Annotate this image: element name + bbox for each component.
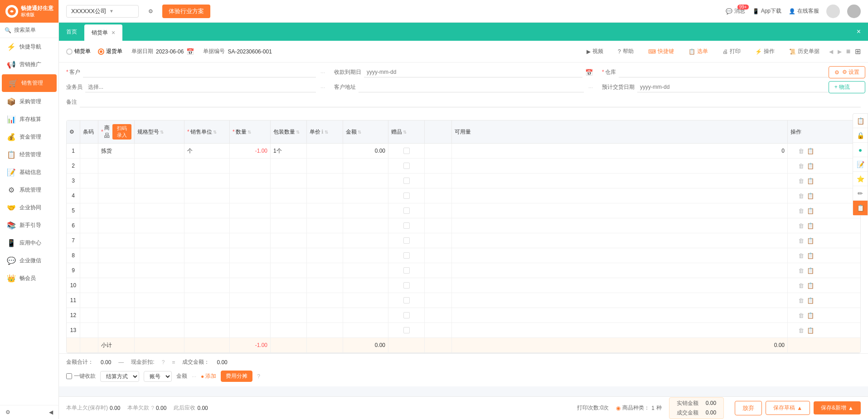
- select-btn[interactable]: 📋 选单: [684, 45, 713, 58]
- copy-icon-5[interactable]: 📋: [807, 222, 814, 229]
- td-barcode-11[interactable]: [80, 308, 98, 323]
- td-qty-12[interactable]: [230, 323, 271, 337]
- settings-icon[interactable]: ⚙: [5, 409, 10, 415]
- gift-checkbox-3[interactable]: [403, 193, 410, 199]
- amount-sort-icon[interactable]: ⇅: [358, 130, 361, 135]
- sidebar-item-member[interactable]: 👑 畅会员: [0, 270, 58, 287]
- tab-close-icon[interactable]: ×: [112, 29, 115, 36]
- customer-addr-input[interactable]: [359, 82, 584, 92]
- scan-button[interactable]: 扫码录入: [112, 124, 131, 140]
- right-icon-5[interactable]: ⭐: [853, 172, 868, 186]
- discount-info-icon[interactable]: ?: [162, 359, 165, 366]
- td-barcode-12[interactable]: [80, 323, 98, 337]
- footer-dots[interactable]: ···: [192, 373, 196, 380]
- th-settings[interactable]: ⚙: [67, 120, 80, 143]
- td-barcode-5[interactable]: [80, 218, 98, 233]
- td-qty-1[interactable]: [230, 159, 271, 173]
- td-note-8[interactable]: [425, 263, 452, 278]
- online-service-btn[interactable]: 👤 在线客服: [789, 7, 819, 15]
- right-icon-1[interactable]: 📋: [853, 114, 868, 128]
- td-spec-12[interactable]: [135, 323, 184, 337]
- copy-icon-7[interactable]: 📋: [807, 252, 814, 259]
- td-spec-7[interactable]: [135, 248, 184, 263]
- one-click-payment-checkbox[interactable]: 一键收款: [66, 372, 96, 380]
- td-gift-11[interactable]: [388, 308, 425, 323]
- delete-icon-6[interactable]: 🗑: [798, 237, 804, 244]
- delete-icon-11[interactable]: 🗑: [798, 312, 804, 319]
- td-note-12[interactable]: [425, 323, 452, 337]
- addr-dots-icon[interactable]: ···: [588, 84, 593, 91]
- customer-dots-icon[interactable]: ···: [320, 69, 325, 76]
- td-barcode-0[interactable]: [80, 144, 98, 158]
- td-spec-5[interactable]: [135, 218, 184, 233]
- flow-button[interactable]: + 物流: [829, 81, 865, 93]
- radio-return[interactable]: 退货单: [98, 48, 122, 55]
- td-price-11[interactable]: [307, 308, 343, 323]
- settings-button[interactable]: ⚙ ⚙ 设置: [829, 66, 865, 78]
- price-info-icon[interactable]: ℹ: [321, 129, 324, 135]
- td-price-8[interactable]: [307, 263, 343, 278]
- qty-sort-icon[interactable]: ⇅: [247, 130, 251, 135]
- price-sort-icon[interactable]: ⇅: [325, 130, 328, 135]
- td-qty-2[interactable]: [230, 173, 271, 188]
- td-barcode-3[interactable]: [80, 188, 98, 203]
- delete-icon-2[interactable]: 🗑: [798, 178, 804, 184]
- right-icon-6[interactable]: ✏: [853, 186, 868, 201]
- nav-left-icon[interactable]: ◀: [829, 48, 833, 55]
- right-icon-2[interactable]: 🔒: [853, 128, 868, 143]
- td-gift-12[interactable]: [388, 323, 425, 337]
- td-qty-4[interactable]: [230, 203, 271, 218]
- video-btn[interactable]: ▶ 视频: [582, 45, 608, 58]
- td-price-9[interactable]: [307, 278, 343, 293]
- expense-help-icon[interactable]: ?: [257, 373, 260, 380]
- td-gift-10[interactable]: [388, 293, 425, 308]
- sidebar-item-marketing[interactable]: 📢 营销推广: [0, 56, 58, 73]
- shortcut-btn[interactable]: ⌨ 快捷键: [643, 45, 679, 58]
- collapse-icon[interactable]: ◀: [49, 409, 53, 415]
- td-price-6[interactable]: [307, 233, 343, 248]
- copy-icon-0[interactable]: 📋: [807, 148, 814, 154]
- salesperson-input[interactable]: [85, 82, 316, 92]
- td-qty-10[interactable]: [230, 293, 271, 308]
- td-qty-11[interactable]: [230, 308, 271, 323]
- delete-icon-8[interactable]: 🗑: [798, 267, 804, 274]
- list-view-icon[interactable]: ≡: [846, 48, 850, 56]
- nav-right-icon[interactable]: ▶: [838, 48, 842, 55]
- td-note-3[interactable]: [425, 188, 452, 203]
- due-date-input[interactable]: [364, 67, 582, 77]
- td-barcode-9[interactable]: [80, 278, 98, 293]
- td-gift-4[interactable]: [388, 203, 425, 218]
- td-note-7[interactable]: [425, 248, 452, 263]
- sidebar-item-quick-nav[interactable]: ⚡ 快捷导航: [0, 38, 58, 56]
- abandon-button[interactable]: 放弃: [735, 401, 762, 415]
- sidebar-item-sales[interactable]: 🛒 销售管理: [2, 74, 57, 92]
- right-icon-3[interactable]: ●: [853, 143, 868, 157]
- delete-icon-7[interactable]: 🗑: [798, 252, 804, 259]
- td-qty-3[interactable]: [230, 188, 271, 203]
- td-price-3[interactable]: [307, 188, 343, 203]
- unit-sort-icon[interactable]: ⇅: [213, 130, 217, 135]
- salesperson-dots-icon[interactable]: ···: [320, 84, 325, 91]
- copy-icon-10[interactable]: 📋: [807, 297, 814, 304]
- customer-input[interactable]: [83, 67, 316, 77]
- td-price-7[interactable]: [307, 248, 343, 263]
- user-avatar[interactable]: [826, 5, 840, 18]
- expense-split-btn[interactable]: 费用分摊: [221, 371, 252, 382]
- td-gift-1[interactable]: [388, 159, 425, 173]
- td-spec-11[interactable]: [135, 308, 184, 323]
- help-btn[interactable]: ? 帮助: [613, 45, 639, 58]
- gift-checkbox-9[interactable]: [403, 282, 410, 289]
- search-menu-item[interactable]: 🔍 搜索菜单: [0, 23, 58, 38]
- td-gift-6[interactable]: [388, 233, 425, 248]
- td-qty-7[interactable]: [230, 248, 271, 263]
- copy-icon-1[interactable]: 📋: [807, 163, 814, 169]
- sidebar-item-purchase[interactable]: 📦 采购管理: [0, 93, 58, 111]
- td-gift-3[interactable]: [388, 188, 425, 203]
- gift-checkbox-8[interactable]: [403, 267, 410, 274]
- td-spec-4[interactable]: [135, 203, 184, 218]
- message-btn[interactable]: 💬 消息 99+: [726, 7, 745, 15]
- td-gift-5[interactable]: [388, 218, 425, 233]
- app-download-btn[interactable]: 📱 App下载: [752, 7, 781, 15]
- td-price-5[interactable]: [307, 218, 343, 233]
- delete-icon-4[interactable]: 🗑: [798, 207, 804, 214]
